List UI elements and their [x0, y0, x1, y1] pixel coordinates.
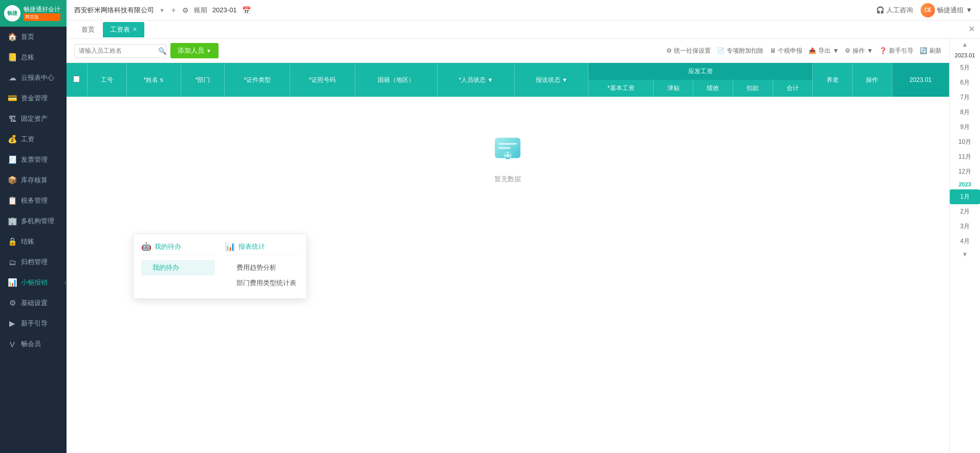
- svg-rect-2: [498, 147, 511, 149]
- settings-icon[interactable]: ⚙: [182, 6, 189, 14]
- popup-report-item-1[interactable]: 费用趋势分析: [225, 260, 299, 275]
- nav-up-arrow[interactable]: ▲: [960, 39, 970, 50]
- tax-deduction-btn[interactable]: 📄 专项附加扣除: [717, 47, 764, 55]
- tab-salary-table[interactable]: 工资表 ✕: [103, 22, 144, 37]
- select-all-checkbox[interactable]: [73, 76, 80, 82]
- nav-month-may[interactable]: 5月: [950, 60, 980, 75]
- sidebar-item-invoice[interactable]: 🧾 发票管理: [0, 149, 67, 170]
- topbar: 西安虾米网络科技有限公司 ▼ ＋ ⚙ 账期 2023-01 📅 🎧 人工咨询 C…: [67, 0, 980, 20]
- sidebar-item-membership[interactable]: V 畅会员: [0, 334, 67, 354]
- nav-month-dec[interactable]: 12月: [950, 164, 980, 179]
- logo-icon: 畅捷: [4, 5, 20, 21]
- export-btn[interactable]: 📤 导出 ▼: [809, 47, 839, 55]
- svg-rect-1: [498, 143, 517, 145]
- social-security-btn[interactable]: ⚙ 统一社保设置: [666, 47, 711, 55]
- popup-col-report: 📊 报表统计 费用趋势分析 部门费用类型统计表: [225, 242, 299, 291]
- col-checkbox[interactable]: [67, 63, 87, 97]
- nav-month-sep[interactable]: 9月: [950, 120, 980, 135]
- tab-home[interactable]: 首页: [74, 22, 102, 37]
- empty-state: 暂无数据: [67, 97, 949, 214]
- popup-report-item-2[interactable]: 部门费用类型统计表: [225, 275, 299, 291]
- topbar-right: 🎧 人工咨询 CE 畅捷通组 ▼: [876, 3, 972, 17]
- popup-todo-item[interactable]: 我的待办: [141, 260, 215, 275]
- col-period: 2023.01: [892, 63, 949, 97]
- sidebar-item-cloud-report[interactable]: ☁ 云报表中心: [0, 68, 67, 88]
- ledger-icon: 📒: [8, 53, 17, 62]
- closing-icon: 🔒: [8, 237, 17, 246]
- consult-btn[interactable]: 🎧 人工咨询: [876, 6, 913, 15]
- tax-report-btn[interactable]: 🖥 个税申报: [770, 47, 802, 55]
- sidebar-item-basic[interactable]: ⚙ 基础设置: [0, 293, 67, 313]
- nav-year-2023: 2023: [959, 179, 971, 189]
- user-area[interactable]: CE 畅捷通组 ▼: [921, 3, 972, 17]
- svg-point-5: [506, 153, 507, 155]
- sidebar-item-multi-org[interactable]: 🏢 多机构管理: [0, 211, 67, 231]
- search-icon[interactable]: 🔍: [158, 47, 166, 55]
- nav-month-jul[interactable]: 7月: [950, 90, 980, 105]
- robot-icon: 🤖: [141, 242, 151, 251]
- search-input[interactable]: [79, 47, 156, 54]
- col-nationality: 国籍（地区）: [355, 63, 437, 97]
- nav-month-jun[interactable]: 6月: [950, 75, 980, 90]
- month-navigator: ▲ 2023.01 5月 6月 7月 8月 9月 10月 11月 12月 202…: [949, 39, 980, 453]
- headset-icon: 🎧: [876, 6, 884, 14]
- add-btn-dropdown-icon: ▼: [206, 48, 211, 54]
- popup-menu: 🤖 我的待办 我的待办 📊 报表统计 费用趋势分析 部门费用类型统计表: [133, 233, 307, 299]
- fixed-assets-icon: 🏗: [8, 115, 17, 123]
- add-company-btn[interactable]: ＋: [170, 6, 177, 15]
- col-number: 工号: [87, 63, 127, 97]
- cloud-icon: ☁: [8, 73, 17, 82]
- nav-month-mar[interactable]: 3月: [950, 219, 980, 234]
- sidebar-item-inventory[interactable]: 📦 库存核算: [0, 170, 67, 190]
- guide-btn[interactable]: ❓ 新手引导: [879, 47, 913, 55]
- nav-down-arrow[interactable]: ▼: [960, 249, 970, 260]
- toolbar: 🔍 添加人员 ▼ ⚙ 统一社保设置 📄 专项附加扣除: [67, 39, 949, 63]
- membership-icon: V: [8, 340, 17, 349]
- col-status[interactable]: *人员状态 ▼: [437, 63, 515, 97]
- col-operation: 操作: [852, 63, 892, 97]
- nav-month-feb[interactable]: 2月: [950, 204, 980, 219]
- basic-icon: ⚙: [8, 298, 17, 308]
- operation-btn[interactable]: ⚙ 操作 ▼: [845, 47, 873, 55]
- user-dropdown-icon: ▼: [966, 6, 972, 14]
- status-filter-icon: ▼: [488, 77, 493, 83]
- sidebar-item-tax[interactable]: 📋 税务管理: [0, 190, 67, 211]
- col-report-status[interactable]: 报送状态 ▼: [515, 63, 589, 97]
- popup-todo-title: 🤖 我的待办: [141, 242, 215, 255]
- sidebar-item-closing[interactable]: 🔒 结账: [0, 231, 67, 252]
- nav-month-apr[interactable]: 4月: [950, 234, 980, 249]
- sidebar-item-fund[interactable]: 💳 资金管理: [0, 88, 67, 109]
- refresh-icon: 🔄: [920, 47, 927, 54]
- refresh-btn[interactable]: 🔄 刷新: [920, 47, 942, 55]
- nav-month-aug[interactable]: 8月: [950, 105, 980, 120]
- tax-report-icon: 🖥: [770, 47, 776, 54]
- company-name: 西安虾米网络科技有限公司: [74, 6, 154, 15]
- sidebar-item-archive[interactable]: 🗂 归档管理: [0, 252, 67, 272]
- nav-month-nov[interactable]: 11月: [950, 149, 980, 164]
- calendar-icon[interactable]: 📅: [242, 6, 251, 14]
- col-cert-no: *证照号码: [290, 63, 355, 97]
- logo-badge: 网页版: [24, 13, 60, 21]
- nav-month-oct[interactable]: 10月: [950, 135, 980, 149]
- fund-icon: 💳: [8, 94, 17, 103]
- tab-close-icon[interactable]: ✕: [133, 26, 137, 33]
- sidebar-item-guide[interactable]: ▶ 新手引导: [0, 313, 67, 334]
- tab-bar-close-btn[interactable]: ✕: [968, 24, 975, 34]
- main-area: 西安虾米网络科技有限公司 ▼ ＋ ⚙ 账期 2023-01 📅 🎧 人工咨询 C…: [67, 0, 980, 453]
- logo-area: 畅捷 畅捷通好会计 网页版: [0, 0, 67, 27]
- archive-icon: 🗂: [8, 258, 17, 267]
- sidebar-item-home[interactable]: 🏠 首页: [0, 27, 67, 47]
- sidebar-item-salary[interactable]: 💰 工资: [0, 129, 67, 149]
- sidebar-item-ledger[interactable]: 📒 总账: [0, 47, 67, 68]
- col-name[interactable]: *姓名 ⇅: [127, 63, 181, 97]
- company-dropdown-icon[interactable]: ▼: [159, 7, 165, 13]
- social-security-icon: ⚙: [666, 47, 672, 54]
- col-basic-salary: *基本工资: [589, 80, 654, 97]
- col-cert-type: *证件类型: [225, 63, 290, 97]
- add-person-button[interactable]: 添加人员 ▼: [170, 43, 219, 58]
- sidebar-item-fixed-assets[interactable]: 🏗 固定资产: [0, 109, 67, 129]
- col-group-salary: 应发工资: [589, 63, 813, 80]
- sidebar-item-xiao-chang[interactable]: 📊 小畅报销 ‹: [0, 272, 67, 293]
- nav-month-jan[interactable]: 1月: [950, 189, 980, 204]
- tax-icon: 📋: [8, 196, 17, 205]
